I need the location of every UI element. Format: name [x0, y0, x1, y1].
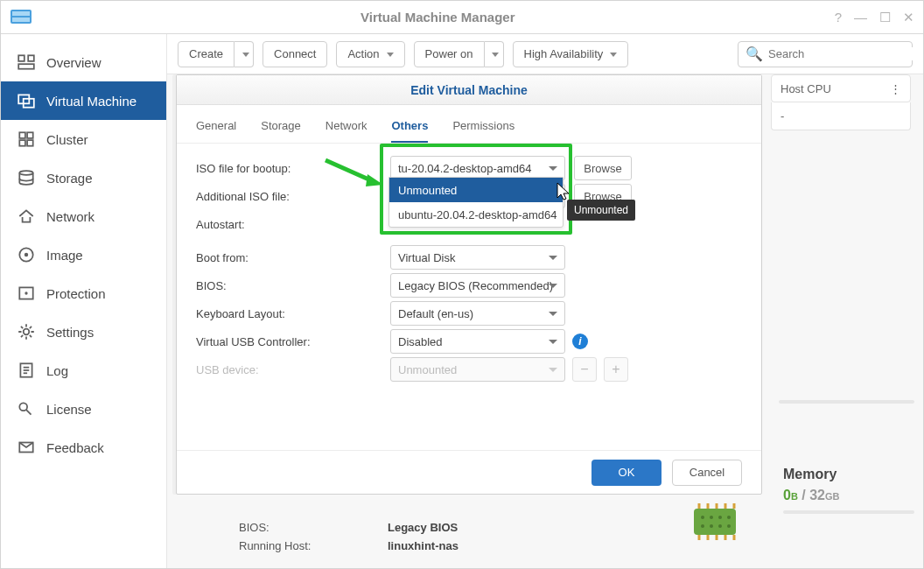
sidebar-item-image[interactable]: Image: [1, 235, 166, 274]
svg-point-37: [718, 516, 722, 519]
label-boot-from: Boot from:: [196, 251, 390, 264]
tab-general[interactable]: General: [196, 114, 236, 143]
sidebar-item-feedback[interactable]: Feedback: [1, 428, 166, 467]
browse-iso-button[interactable]: Browse: [574, 156, 632, 180]
dialog-title: Edit Virtual Machine: [177, 75, 761, 105]
sidebar-item-log[interactable]: Log: [1, 351, 166, 390]
sidebar-item-label: Feedback: [46, 440, 104, 455]
detail-val-bios: Legacy BIOS: [388, 521, 458, 534]
sidebar-item-settings[interactable]: Settings: [1, 313, 166, 351]
maximize-icon[interactable]: ☐: [879, 10, 891, 25]
svg-rect-3: [18, 55, 24, 61]
svg-rect-4: [28, 55, 34, 61]
create-button[interactable]: Create: [178, 41, 254, 67]
power-button[interactable]: Power on: [414, 41, 504, 67]
column-menu-icon[interactable]: ⋮: [890, 82, 901, 95]
additional-iso-dropdown[interactable]: Unmounted ubuntu-20.04.2-desktop-amd64: [388, 177, 564, 228]
tab-network[interactable]: Network: [326, 114, 368, 143]
select-usb-controller[interactable]: Disabled: [390, 329, 565, 354]
label-iso-bootup: ISO file for bootup:: [196, 162, 390, 175]
svg-point-41: [718, 524, 722, 528]
create-caret[interactable]: [234, 41, 254, 67]
svg-rect-2: [12, 18, 30, 22]
overview-icon: [17, 53, 36, 71]
chevron-down-icon: [606, 47, 617, 60]
svg-rect-9: [27, 132, 33, 138]
titlebar: Virtual Machine Manager ? — ☐ ✕: [1, 1, 923, 34]
info-icon[interactable]: i: [572, 334, 588, 349]
ha-label: High Availability: [524, 47, 604, 60]
vm-details-partial: BIOS:Legacy BIOS Running Host:linuxhint-…: [239, 516, 458, 558]
select-bios[interactable]: Legacy BIOS (Recommended): [390, 273, 565, 298]
svg-point-38: [727, 516, 731, 519]
tooltip-unmounted: Unmounted: [567, 200, 635, 221]
image-icon: [17, 246, 36, 263]
label-autostart: Autostart:: [196, 218, 390, 231]
ok-button[interactable]: OK: [592, 460, 662, 486]
sidebar-item-label: License: [46, 402, 92, 417]
search-icon: 🔍: [746, 46, 763, 62]
sidebar-item-protection[interactable]: Protection: [1, 274, 166, 313]
progress-bar: [779, 400, 914, 404]
add-usb-button: +: [604, 357, 628, 382]
sidebar-item-overview[interactable]: Overview: [1, 43, 166, 81]
dialog-tabs: General Storage Network Others Permissio…: [177, 105, 761, 144]
action-button[interactable]: Action: [336, 41, 404, 67]
svg-rect-11: [27, 140, 33, 146]
svg-rect-10: [19, 140, 25, 146]
memory-label: Memory: [783, 467, 914, 482]
license-icon: [17, 400, 36, 418]
minimize-icon[interactable]: —: [854, 10, 867, 25]
column-host-cpu[interactable]: Host CPU ⋮: [771, 74, 911, 102]
network-icon: [17, 207, 36, 225]
select-keyboard[interactable]: Default (en-us): [390, 301, 565, 326]
sidebar-item-label: Image: [46, 248, 83, 263]
sidebar-item-label: Storage: [46, 171, 93, 186]
memory-total: 32: [809, 488, 825, 502]
edit-vm-dialog: Edit Virtual Machine General Storage Net…: [176, 74, 762, 495]
select-boot-from[interactable]: Virtual Disk: [390, 245, 565, 270]
settings-icon: [17, 323, 36, 341]
svg-point-42: [727, 524, 731, 528]
power-caret[interactable]: [485, 41, 504, 67]
sidebar-item-license[interactable]: License: [1, 390, 166, 428]
svg-rect-5: [18, 64, 34, 69]
remove-usb-button: −: [572, 357, 597, 382]
tab-storage[interactable]: Storage: [261, 114, 301, 143]
help-icon[interactable]: ?: [835, 10, 842, 25]
sidebar-item-label: Virtual Machine: [46, 94, 136, 109]
dropdown-option-ubuntu[interactable]: ubuntu-20.04.2-desktop-amd64: [389, 202, 563, 227]
cancel-button[interactable]: Cancel: [672, 460, 742, 486]
sidebar-item-label: Protection: [46, 286, 106, 301]
sidebar-item-network[interactable]: Network: [1, 197, 166, 235]
tab-others[interactable]: Others: [391, 114, 428, 143]
ha-button[interactable]: High Availability: [513, 41, 629, 67]
chevron-down-icon: [383, 47, 394, 60]
close-icon[interactable]: ✕: [903, 10, 914, 25]
detail-key-bios: BIOS:: [239, 521, 388, 534]
svg-point-22: [19, 403, 27, 411]
sidebar-item-storage[interactable]: Storage: [1, 158, 166, 197]
label-usb-controller: Virtual USB Controller:: [196, 335, 390, 348]
label-additional-iso: Additional ISO file:: [196, 190, 390, 203]
create-label: Create: [189, 47, 223, 60]
tab-permissions[interactable]: Permissions: [452, 114, 514, 143]
sidebar-item-label: Settings: [46, 325, 94, 340]
svg-rect-8: [19, 132, 25, 138]
column-label: Host CPU: [780, 82, 831, 95]
svg-point-40: [710, 524, 713, 528]
connect-button[interactable]: Connect: [262, 41, 327, 67]
storage-icon: [17, 169, 36, 186]
dropdown-option-unmounted[interactable]: Unmounted: [389, 178, 563, 202]
sidebar-item-label: Cluster: [46, 132, 88, 147]
action-label: Action: [347, 47, 379, 60]
search-input[interactable]: [768, 47, 915, 60]
search-box[interactable]: 🔍: [738, 41, 913, 67]
sidebar-item-cluster[interactable]: Cluster: [1, 120, 166, 158]
sidebar-item-virtual-machine[interactable]: Virtual Machine: [1, 81, 166, 120]
cluster-icon: [17, 130, 36, 148]
detail-val-host: linuxhint-nas: [388, 539, 458, 552]
label-keyboard: Keyboard Layout:: [196, 307, 390, 320]
toolbar: Create Connect Action Power on High Avai…: [167, 34, 923, 74]
svg-point-14: [24, 253, 28, 256]
